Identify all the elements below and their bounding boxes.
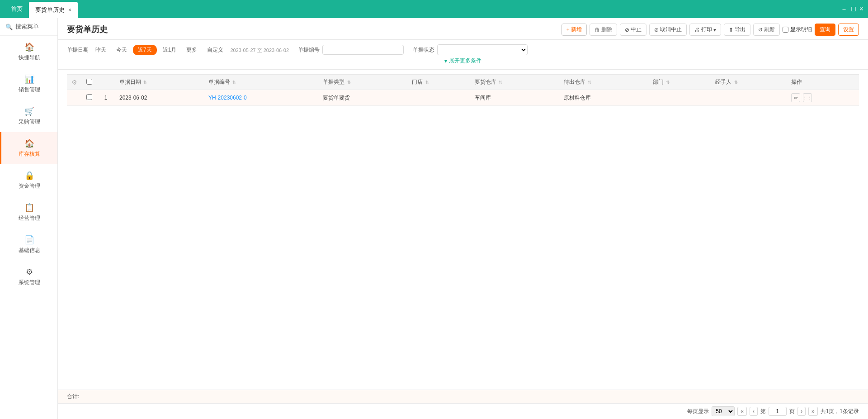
col-action-label: 操作 bbox=[791, 79, 802, 85]
last-page-btn[interactable]: » bbox=[808, 407, 818, 416]
col-handler-label: 经手人 bbox=[715, 79, 731, 85]
tab-history-close[interactable]: × bbox=[68, 7, 71, 13]
delete-btn[interactable]: 🗑 删除 bbox=[590, 24, 617, 36]
sidebar-item-finance[interactable]: 🔒 资金管理 bbox=[0, 164, 57, 196]
data-table: ⚙ 单据日期 ⇅ 单据编号 ⇅ bbox=[67, 74, 859, 106]
sidebar-item-label: 采购管理 bbox=[19, 118, 40, 126]
stop-btn[interactable]: ⊘ 中止 bbox=[620, 24, 646, 36]
maximize-btn[interactable]: □ bbox=[851, 5, 856, 13]
sidebar-search[interactable]: 🔍 搜索菜单 bbox=[0, 18, 57, 36]
tab-home[interactable]: 首页 bbox=[5, 0, 29, 18]
sidebar-item-label: 销售管理 bbox=[19, 86, 40, 94]
inventory-icon: 🏠 bbox=[24, 138, 34, 148]
main-layout: 🔍 搜索菜单 🏠 快捷导航 📊 销售管理 🛒 采购管理 🏠 库存核算 🔒 资金管… bbox=[0, 18, 868, 419]
sidebar-item-basic-info[interactable]: 📄 基础信息 bbox=[0, 229, 57, 261]
cancel-stop-icon: ⊘ bbox=[654, 27, 659, 33]
search-icon: 🔍 bbox=[5, 24, 13, 30]
query-btn[interactable]: 查询 bbox=[815, 24, 835, 36]
minimize-btn[interactable]: － bbox=[840, 5, 848, 13]
prev-page-btn[interactable]: ‹ bbox=[750, 407, 758, 416]
export-btn[interactable]: ⬆ 导出 bbox=[724, 24, 750, 36]
date-btn-today[interactable]: 今天 bbox=[112, 45, 131, 55]
docno-input[interactable] bbox=[322, 45, 404, 55]
col-settings: ⚙ bbox=[67, 75, 82, 90]
top-bar: 首页 要货单历史 × － □ × bbox=[0, 0, 868, 18]
row-delete-icon[interactable]: ⋮⋮ bbox=[803, 93, 812, 102]
filter-date: 单据日期 昨天 今天 近7天 近1月 更多 自定义 2023-05-27 至 2… bbox=[67, 45, 289, 55]
docno-label: 单据编号 bbox=[298, 46, 320, 54]
close-btn[interactable]: × bbox=[859, 5, 863, 13]
sort-docdate-icon[interactable]: ⇅ bbox=[143, 80, 147, 85]
refresh-btn[interactable]: ↺ 刷新 bbox=[753, 24, 780, 36]
row-checkbox[interactable] bbox=[86, 94, 92, 100]
pagination-bar: 每页显示 50 10 20 100 « ‹ 第 页 › » 共1页，1条记录 bbox=[58, 403, 868, 419]
per-page-select[interactable]: 50 10 20 100 bbox=[712, 406, 735, 416]
sidebar-item-inventory[interactable]: 🏠 库存核算 bbox=[0, 132, 57, 164]
tab-history[interactable]: 要货单历史 × bbox=[29, 2, 78, 18]
system-icon: ⚙ bbox=[26, 267, 33, 277]
page-header: 要货单历史 + 新增 🗑 删除 ⊘ 中止 ⊘ 取消中止 bbox=[58, 18, 868, 40]
setting-btn[interactable]: 设置 bbox=[838, 24, 859, 36]
go-to-label: 第 bbox=[760, 408, 766, 415]
col-num bbox=[97, 75, 115, 90]
settings-col-icon[interactable]: ⚙ bbox=[71, 79, 77, 86]
sidebar-item-purchase[interactable]: 🛒 采购管理 bbox=[0, 100, 57, 132]
display-detail-checkbox[interactable] bbox=[783, 27, 788, 33]
select-all-checkbox[interactable] bbox=[86, 79, 92, 85]
cancel-stop-btn[interactable]: ⊘ 取消中止 bbox=[649, 24, 687, 36]
first-page-btn[interactable]: « bbox=[737, 407, 747, 416]
table-area: ⚙ 单据日期 ⇅ 单据编号 ⇅ bbox=[58, 70, 868, 390]
date-btn-more[interactable]: 更多 bbox=[182, 45, 201, 55]
row-settings-cell bbox=[67, 90, 82, 106]
sidebar-item-operations[interactable]: 📋 经营管理 bbox=[0, 196, 57, 229]
filter-row-1: 单据日期 昨天 今天 近7天 近1月 更多 自定义 2023-05-27 至 2… bbox=[67, 44, 859, 55]
date-btn-yesterday[interactable]: 昨天 bbox=[91, 45, 110, 55]
sort-store-icon[interactable]: ⇅ bbox=[425, 80, 429, 85]
sidebar-item-sales[interactable]: 📊 销售管理 bbox=[0, 68, 57, 100]
sort-docno-icon[interactable]: ⇅ bbox=[232, 80, 236, 85]
sidebar-item-label: 经营管理 bbox=[19, 214, 40, 222]
col-handler: 经手人 ⇅ bbox=[711, 75, 787, 90]
refresh-icon: ↺ bbox=[758, 27, 763, 33]
row-num-cell: 1 bbox=[97, 90, 115, 106]
new-btn[interactable]: + 新增 bbox=[561, 24, 587, 36]
date-btn-1month[interactable]: 近1月 bbox=[159, 45, 181, 55]
sort-doctype-icon[interactable]: ⇅ bbox=[347, 80, 351, 85]
sort-pendingwarehouse-icon[interactable]: ⇅ bbox=[588, 80, 591, 85]
sort-dept-icon[interactable]: ⇅ bbox=[666, 80, 670, 85]
row-num: 1 bbox=[104, 95, 108, 101]
next-page-btn[interactable]: › bbox=[797, 407, 806, 416]
refresh-label: 刷新 bbox=[764, 26, 775, 33]
sort-reqwarehouse-icon[interactable]: ⇅ bbox=[499, 80, 502, 85]
status-select[interactable] bbox=[437, 44, 528, 55]
filter-date-btns: 昨天 今天 近7天 近1月 更多 自定义 bbox=[91, 45, 227, 55]
row-reqwarehouse-cell: 车间库 bbox=[470, 90, 559, 106]
expand-more-icon: ▾ bbox=[444, 58, 447, 64]
expand-more[interactable]: ▾ 展开更多条件 bbox=[67, 57, 859, 65]
operations-icon: 📋 bbox=[24, 203, 34, 213]
page-input[interactable] bbox=[769, 407, 787, 416]
cancel-stop-label: 取消中止 bbox=[660, 26, 682, 33]
date-btn-7days[interactable]: 近7天 bbox=[133, 45, 157, 55]
display-detail-label[interactable]: 显示明细 bbox=[783, 26, 812, 33]
row-doctype-cell: 要货单要货 bbox=[318, 90, 407, 106]
sort-handler-icon[interactable]: ⇅ bbox=[734, 80, 738, 85]
row-docdate: 2023-06-02 bbox=[119, 95, 147, 101]
stop-icon: ⊘ bbox=[625, 27, 629, 33]
content-area: 要货单历史 + 新增 🗑 删除 ⊘ 中止 ⊘ 取消中止 bbox=[58, 18, 868, 419]
col-docno-label: 单据编号 bbox=[208, 79, 230, 85]
date-btn-custom[interactable]: 自定义 bbox=[203, 45, 227, 55]
row-docno-link[interactable]: YH-20230602-0 bbox=[208, 95, 247, 101]
filter-status: 单据状态 bbox=[413, 44, 528, 55]
stop-label: 中止 bbox=[631, 26, 642, 33]
print-btn[interactable]: 🖨 打印 ▾ bbox=[689, 24, 721, 36]
col-doctype: 单据类型 ⇅ bbox=[318, 75, 407, 90]
sidebar-item-quick-nav[interactable]: 🏠 快捷导航 bbox=[0, 36, 57, 68]
quick-nav-icon: 🏠 bbox=[24, 42, 34, 52]
sidebar-item-label: 系统管理 bbox=[19, 279, 40, 286]
sidebar-search-label: 搜索菜单 bbox=[15, 23, 39, 31]
sidebar-item-system[interactable]: ⚙ 系统管理 bbox=[0, 261, 57, 293]
row-edit-icon[interactable]: ✏ bbox=[791, 93, 800, 102]
date-label: 单据日期 bbox=[67, 46, 89, 54]
table-header-row: ⚙ 单据日期 ⇅ 单据编号 ⇅ bbox=[67, 75, 859, 90]
